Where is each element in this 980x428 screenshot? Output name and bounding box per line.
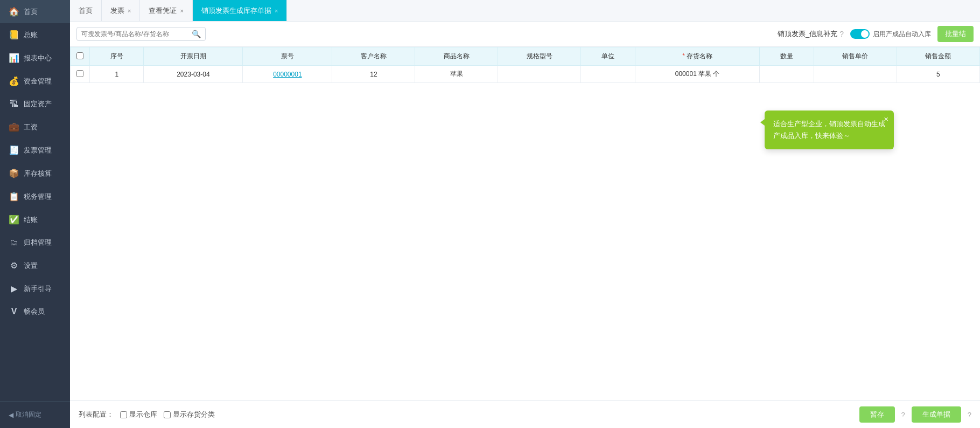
sidebar-item-label: 资金管理 <box>24 77 52 86</box>
search-box[interactable]: 🔍 <box>76 27 206 41</box>
sidebar-item-label: 工资 <box>24 122 38 132</box>
tab-home-label: 首页 <box>79 6 93 16</box>
footer-actions: 暂存 ? 生成单据 ? <box>859 406 971 423</box>
sidebar-item-home[interactable]: 🏠 首页 <box>0 0 70 23</box>
sidebar-item-settlement[interactable]: ✅ 结账 <box>0 208 70 231</box>
list-config: 列表配置： 显示仓库 显示存货分类 <box>79 410 215 419</box>
sidebar-item-label: 固定资产 <box>24 99 52 109</box>
row-inventory-name: 000001 苹果 个 <box>635 66 760 83</box>
show-category-checkbox[interactable] <box>164 411 171 418</box>
archive-icon: 🗂 <box>9 238 19 247</box>
guide-icon: ▶ <box>9 284 19 294</box>
save-button[interactable]: 暂存 <box>859 406 895 423</box>
header-ticket-no: 票号 <box>243 47 332 66</box>
info-label-text: 销顶发票_信息补充 <box>778 29 837 39</box>
sidebar-item-tax-management[interactable]: 📋 税务管理 <box>0 185 70 208</box>
tab-view-voucher-label: 查看凭证 <box>149 6 177 16</box>
search-icon: 🔍 <box>192 30 201 38</box>
row-checkbox[interactable] <box>76 70 83 77</box>
header-unit: 单位 <box>581 47 635 66</box>
sidebar-item-report-center[interactable]: 📊 报表中心 <box>0 46 70 70</box>
row-open-date: 2023-03-04 <box>144 66 243 83</box>
show-category-label[interactable]: 显示存货分类 <box>164 410 215 419</box>
sidebar-item-label: 畅会员 <box>24 307 45 316</box>
tab-invoice-label: 发票 <box>110 6 124 16</box>
header-qty: 数量 <box>760 47 814 66</box>
sidebar-item-label: 结账 <box>24 215 38 225</box>
header-inventory-name: 存货名称 <box>635 47 760 66</box>
batch-button[interactable]: 批量结 <box>937 26 974 42</box>
unpin-button[interactable]: ◀ 取消固定 <box>0 406 70 424</box>
header-product-name: 商品名称 <box>415 47 498 66</box>
tab-bar: 首页 发票 × 查看凭证 × 销顶发票生成库存单据 × <box>70 0 980 22</box>
sidebar-item-archive-management[interactable]: 🗂 归档管理 <box>0 231 70 254</box>
settings-icon: ⚙ <box>9 260 19 271</box>
home-icon: 🏠 <box>9 6 19 17</box>
assets-icon: 🏗 <box>9 99 19 109</box>
header-unit-price: 销售单价 <box>814 47 897 66</box>
show-warehouse-checkbox[interactable] <box>120 411 127 418</box>
ledger-icon: 📒 <box>9 30 19 40</box>
header-seq: 序号 <box>90 47 144 66</box>
sidebar-item-invoice-management[interactable]: 🧾 发票管理 <box>0 139 70 162</box>
inventory-icon: 📦 <box>9 168 19 178</box>
sidebar-item-label: 归档管理 <box>24 238 52 247</box>
settlement-icon: ✅ <box>9 215 19 225</box>
tab-view-voucher-close[interactable]: × <box>180 8 183 14</box>
show-category-text: 显示存货分类 <box>173 410 215 419</box>
table-row: 1 2023-03-04 00000001 12 苹果 000001 苹果 个 … <box>71 66 980 83</box>
sidebar-item-fund-management[interactable]: 💰 资金管理 <box>0 70 70 93</box>
auto-warehouse-toggle[interactable] <box>850 29 870 39</box>
search-input[interactable] <box>81 30 190 38</box>
tax-icon: 📋 <box>9 191 19 202</box>
row-customer-name: 12 <box>332 66 415 83</box>
sidebar-item-new-guide[interactable]: ▶ 新手引导 <box>0 277 70 300</box>
sidebar-item-label: 发票管理 <box>24 146 52 155</box>
select-all-checkbox[interactable] <box>76 52 83 59</box>
show-warehouse-label[interactable]: 显示仓库 <box>120 410 157 419</box>
table-header-row: 序号 开票日期 票号 客户名称 商品名称 规格型号 单位 存货名称 数量 销售单… <box>71 47 980 66</box>
row-qty <box>760 66 814 83</box>
sidebar-item-label: 税务管理 <box>24 192 52 202</box>
tab-view-voucher[interactable]: 查看凭证 × <box>140 0 192 21</box>
header-customer-name: 客户名称 <box>332 47 415 66</box>
toggle-knob <box>861 30 869 38</box>
pin-label: 取消固定 <box>16 410 41 419</box>
payroll-icon: 💼 <box>9 122 19 132</box>
sidebar-item-label: 新手引导 <box>24 284 52 294</box>
report-icon: 📊 <box>9 53 19 63</box>
row-product-name: 苹果 <box>415 66 498 83</box>
sidebar-item-payroll[interactable]: 💼 工资 <box>0 115 70 139</box>
toolbar: 🔍 销顶发票_信息补充 ? 启用产成品自动入库 批量结 <box>70 22 980 47</box>
save-help-icon[interactable]: ? <box>901 411 905 419</box>
tab-invoice[interactable]: 发票 × <box>102 0 140 21</box>
tab-home[interactable]: 首页 <box>70 0 102 21</box>
sidebar-item-inventory-check[interactable]: 📦 库存核算 <box>0 162 70 185</box>
sidebar-item-fixed-assets[interactable]: 🏗 固定资产 <box>0 93 70 115</box>
sidebar-item-label: 报表中心 <box>24 53 52 63</box>
tab-invoice-close[interactable]: × <box>128 8 131 14</box>
sidebar-item-label: 设置 <box>24 261 38 271</box>
header-checkbox-cell <box>71 47 90 66</box>
row-ticket-no[interactable]: 00000001 <box>243 66 332 83</box>
header-open-date: 开票日期 <box>144 47 243 66</box>
generate-button[interactable]: 生成单据 <box>912 406 961 423</box>
table-container: 序号 开票日期 票号 客户名称 商品名称 规格型号 单位 存货名称 数量 销售单… <box>70 47 980 401</box>
tab-cancel-invoice[interactable]: 销顶发票生成库存单据 × <box>193 0 287 21</box>
popover-close-button[interactable]: × <box>884 115 888 123</box>
popover: × 适合生产型企业，销顶发票自动生成产成品入库，快来体验～ <box>765 111 894 149</box>
data-table: 序号 开票日期 票号 客户名称 商品名称 规格型号 单位 存货名称 数量 销售单… <box>70 47 980 83</box>
tab-cancel-invoice-close[interactable]: × <box>275 8 278 14</box>
list-config-label: 列表配置： <box>79 410 114 419</box>
pin-icon: ◀ <box>9 411 13 419</box>
row-sales-amount: 5 <box>897 66 979 83</box>
sidebar-item-settings[interactable]: ⚙ 设置 <box>0 254 70 277</box>
footer: 列表配置： 显示仓库 显示存货分类 暂存 ? 生成单据 ? <box>70 401 980 428</box>
sidebar-item-general-ledger[interactable]: 📒 总账 <box>0 23 70 46</box>
info-help-icon[interactable]: ? <box>839 30 844 38</box>
vip-icon: V <box>9 307 19 316</box>
generate-help-icon[interactable]: ? <box>968 411 971 419</box>
sidebar-item-label: 总账 <box>24 30 38 40</box>
sidebar-item-vip[interactable]: V 畅会员 <box>0 300 70 323</box>
info-label: 销顶发票_信息补充 ? <box>778 29 844 39</box>
